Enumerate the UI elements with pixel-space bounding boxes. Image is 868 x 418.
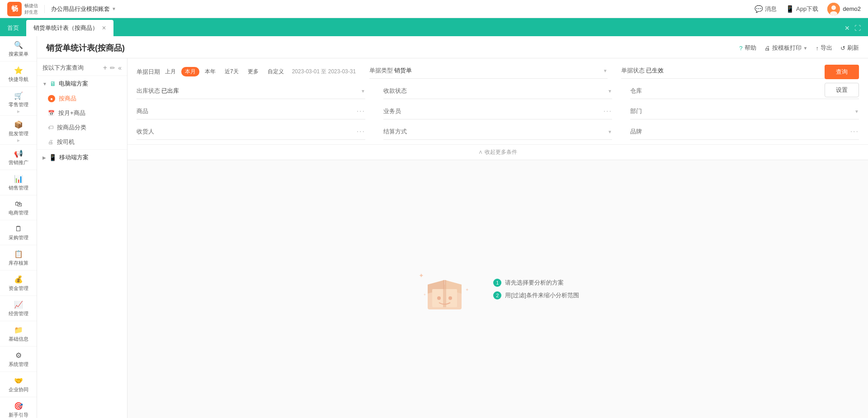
sidebar-item-purchase[interactable]: 🗒 采购管理 [0, 220, 37, 245]
print-dropdown-icon: ▼ [803, 46, 808, 51]
sidebar-item-system[interactable]: ⚙ 系统管理 [0, 347, 37, 372]
collect-status-dropdown-icon: ▼ [608, 89, 612, 94]
svg-point-1 [831, 5, 836, 10]
brand-label: 品牌 [630, 128, 646, 136]
sidebar-item-quick-nav[interactable]: ⭐ 快捷导航 [0, 62, 37, 87]
out-status-selector[interactable]: 已出库 ▼ [161, 85, 365, 97]
username-label: demo2 [843, 5, 861, 12]
sidebar-item-ecommerce[interactable]: 🛍 电商管理 [0, 195, 37, 220]
tip2-text: 用[过滤]条件来缩小分析范围 [505, 291, 579, 299]
doc-type-selector[interactable]: 销货单 ▼ [394, 65, 607, 76]
collect-status-selector[interactable]: ▼ [408, 85, 612, 97]
tab-close-window-icon[interactable]: ✕ [844, 24, 850, 32]
template-print-btn[interactable]: 🖨 按模板打印 ▼ [764, 44, 808, 52]
dept-dropdown-icon: ▼ [854, 109, 859, 114]
tip1-text: 请先选择要分析的方案 [505, 279, 564, 287]
warehouse-label: 仓库 [630, 87, 646, 95]
scheme-item-by-month-product[interactable]: 📅 按月+商品 [37, 106, 127, 120]
doc-type-value: 销货单 [394, 66, 412, 75]
scheme-panel: 按以下方案查询 + ✏ « ▼ 🖥 电脑端方案 [37, 58, 127, 418]
collapse-filters-btn[interactable]: ∧ 收起更多条件 [478, 149, 517, 155]
custom-btn[interactable]: 自定义 [264, 67, 288, 76]
scheme-group-pc: ▼ 🖥 电脑端方案 ● 按商品 📅 按月+商品 [37, 76, 127, 149]
this-year-btn[interactable]: 本年 [201, 67, 219, 76]
receiver-selector[interactable]: ··· [155, 126, 365, 138]
question-icon: ? [739, 45, 742, 52]
doc-type-label: 单据类型 [369, 66, 394, 75]
product-label: 商品 [137, 107, 153, 115]
export-icon: ↑ [816, 45, 819, 52]
sidebar-item-wholesale[interactable]: 📦 批发管理 ▶ [0, 116, 37, 145]
filter-section: 单据日期 上月 本月 本年 近7天 更多 自定义 2023-03-01 至 20… [127, 58, 868, 145]
more-btn[interactable]: 更多 [244, 67, 262, 76]
sidebar-item-basic[interactable]: 📁 基础信息 [0, 321, 37, 347]
collect-status-label: 收款状态 [383, 87, 408, 95]
tab-close-icon[interactable]: ✕ [102, 25, 106, 31]
tab-home[interactable]: 首页 [0, 20, 26, 36]
sidebar-item-inventory[interactable]: 📋 库存核算 [0, 245, 37, 271]
sidebar-item-enterprise[interactable]: 🤝 企业协同 [0, 372, 37, 397]
help-btn[interactable]: ? 帮助 [739, 44, 756, 52]
scheme-item-by-product[interactable]: ● 按商品 [37, 91, 127, 106]
retail-icon: 🛒 [14, 91, 23, 100]
marketing-icon: 📢 [14, 149, 23, 158]
settle-selector[interactable]: ▼ [408, 126, 612, 138]
add-scheme-btn[interactable]: + [103, 64, 107, 72]
onboarding-icon: 🎯 [14, 402, 23, 410]
page-title: 销货单统计表(按商品) [46, 43, 125, 53]
last-month-btn[interactable]: 上月 [161, 67, 179, 76]
salesman-dots: ··· [604, 107, 612, 115]
sidebar-item-marketing[interactable]: 📢 营销推广 [0, 145, 37, 170]
scheme-group-mobile-header[interactable]: ▶ 📱 移动端方案 [37, 149, 127, 165]
tab-sales-report[interactable]: 销货单统计表（按商品） ✕ [26, 20, 113, 36]
home-tab-label: 首页 [7, 24, 19, 32]
empty-tips: 1 请先选择要分析的方案 2 用[过滤]条件来缩小分析范围 [493, 279, 579, 299]
tip1-number: 1 [493, 279, 501, 287]
svg-rect-7 [443, 280, 446, 307]
dept-selector[interactable]: ▼ [646, 105, 859, 117]
workspace-name: 办公用品行业模拟账套 [51, 5, 110, 13]
scheme-item-by-driver[interactable]: 🖨 按司机 [37, 135, 127, 149]
edit-scheme-btn[interactable]: ✏ [110, 64, 115, 71]
dept-label: 部门 [630, 107, 646, 115]
refresh-btn[interactable]: ↺ 刷新 [840, 44, 859, 52]
settle-label: 结算方式 [383, 128, 408, 136]
svg-point-8 [437, 296, 441, 300]
collapse-scheme-btn[interactable]: « [118, 64, 122, 71]
sidebar-item-search[interactable]: 🔍 搜索菜单 [0, 36, 37, 62]
mobile-group-label: 移动端方案 [59, 153, 89, 162]
ecommerce-icon: 🛍 [15, 200, 22, 208]
last-7-days-btn[interactable]: 近7天 [221, 67, 242, 76]
settle-dropdown-icon: ▼ [608, 129, 612, 134]
scheme-item-by-category[interactable]: 🏷 按商品分类 [37, 120, 127, 135]
brand-selector[interactable]: ··· [646, 126, 859, 138]
doc-status-value: 已生效 [646, 66, 664, 75]
query-button[interactable]: 查询 [825, 65, 859, 79]
export-btn[interactable]: ↑ 导出 [816, 44, 833, 52]
basic-icon: 📁 [14, 326, 23, 334]
svg-text:✦: ✦ [419, 272, 424, 279]
sidebar-item-operations[interactable]: 📈 经营管理 [0, 296, 37, 321]
sidebar-item-retail[interactable]: 🛒 零售管理 ▶ [0, 87, 37, 116]
workspace-selector[interactable]: 办公用品行业模拟账套 ▼ [44, 5, 116, 13]
print-icon: 🖨 [764, 45, 770, 52]
scheme-group-pc-header[interactable]: ▼ 🖥 电脑端方案 [37, 76, 127, 91]
sidebar-item-finance[interactable]: 💰 资金管理 [0, 271, 37, 296]
sidebar-item-onboarding[interactable]: 🎯 新手引导 [0, 397, 37, 418]
logo-icon: 畅 [7, 2, 22, 16]
scheme-panel-header: 按以下方案查询 [42, 64, 84, 72]
app-download-btn[interactable]: 📱 App下载 [786, 5, 818, 13]
settings-button[interactable]: 设置 [825, 83, 859, 97]
user-menu[interactable]: demo2 [827, 3, 861, 15]
tab-maximize-icon[interactable]: ⛶ [854, 24, 861, 32]
tag-icon: 🏷 [48, 124, 53, 131]
this-month-btn[interactable]: 本月 [181, 67, 199, 76]
finance-icon: 💰 [14, 275, 23, 284]
enterprise-icon: 🤝 [14, 376, 23, 385]
product-selector[interactable]: ··· [153, 105, 365, 117]
messages-btn[interactable]: 💬 消息 [755, 5, 777, 13]
salesman-label: 业务员 [383, 107, 401, 115]
salesman-selector[interactable]: ··· [401, 105, 612, 117]
sidebar-item-sales[interactable]: 📊 销售管理 [0, 170, 37, 195]
calendar-icon: 📅 [48, 110, 55, 116]
